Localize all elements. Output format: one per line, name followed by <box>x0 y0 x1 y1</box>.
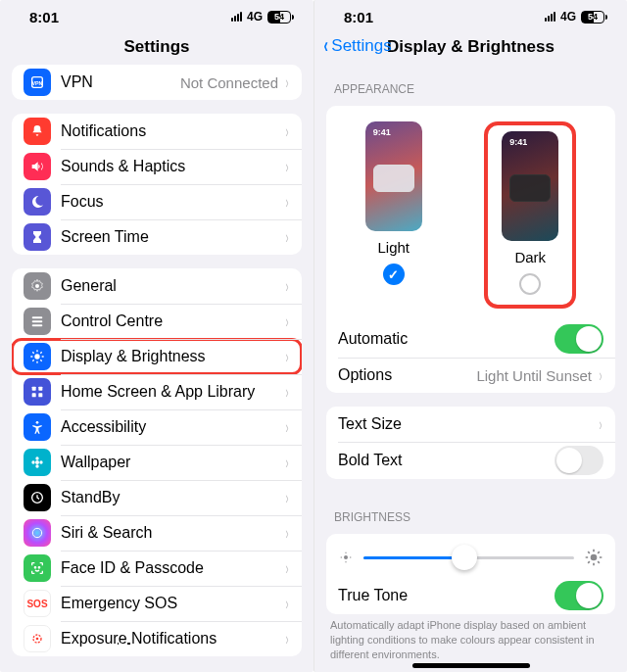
svg-line-42 <box>598 561 600 563</box>
chevron-right-icon: › <box>286 453 289 473</box>
row-exposure[interactable]: Exposure Notifications › <box>12 621 302 656</box>
svg-line-12 <box>40 360 41 360</box>
automatic-toggle[interactable] <box>555 324 603 354</box>
row-label: Automatic <box>338 330 555 348</box>
row-label: Notifications <box>61 122 282 140</box>
row-display-brightness[interactable]: Display & Brightness › <box>12 339 302 374</box>
network-label: 4G <box>560 10 576 24</box>
settings-screen: 8:01 4G 54 Settings VPN VPN Not Connecte… <box>0 0 314 672</box>
battery-icon: 54 <box>581 11 607 24</box>
radio-checked-icon[interactable] <box>383 264 405 285</box>
back-label: Settings <box>331 36 391 56</box>
brightness-slider[interactable] <box>363 556 574 559</box>
battery-icon: 54 <box>267 11 294 24</box>
row-boldtext[interactable]: Bold Text <box>326 442 615 479</box>
row-general[interactable]: General › <box>12 268 302 304</box>
brightness-header: BRIGHTNESS <box>314 493 627 530</box>
svg-rect-3 <box>32 316 43 318</box>
row-label: Screen Time <box>61 228 282 246</box>
accessibility-icon <box>24 413 51 441</box>
svg-point-36 <box>591 554 598 561</box>
row-label: Sounds & Haptics <box>61 158 282 175</box>
row-truetone[interactable]: True Tone <box>326 577 615 614</box>
vpn-icon: VPN <box>24 69 51 96</box>
appearance-row: Light Dark <box>326 106 615 320</box>
row-wallpaper[interactable]: Wallpaper › <box>12 445 302 480</box>
row-textsize[interactable]: Text Size › <box>326 407 615 442</box>
svg-point-28 <box>38 567 39 568</box>
row-automatic[interactable]: Automatic <box>326 320 615 358</box>
row-faceid[interactable]: Face ID & Passcode › <box>12 551 302 586</box>
chevron-right-icon: › <box>286 192 289 213</box>
row-controlcentre[interactable]: Control Centre › <box>12 304 302 339</box>
svg-line-41 <box>588 552 590 553</box>
appearance-header: APPEARANCE <box>314 65 627 102</box>
chevron-right-icon: › <box>286 157 289 177</box>
home-indicator <box>412 663 530 668</box>
svg-rect-4 <box>32 320 43 322</box>
row-label: Text Size <box>338 415 596 433</box>
row-label: Options <box>338 366 476 384</box>
row-sounds[interactable]: Sounds & Haptics › <box>12 149 302 184</box>
truetone-toggle[interactable] <box>555 581 603 610</box>
row-sos[interactable]: SOS Emergency SOS › <box>12 586 302 621</box>
light-preview <box>365 121 422 231</box>
radio-unchecked-icon[interactable] <box>519 273 541 295</box>
chevron-right-icon: › <box>286 594 289 614</box>
signal-icon <box>231 12 242 22</box>
row-detail: Light Until Sunset <box>476 367 592 384</box>
row-label: True Tone <box>338 587 555 604</box>
svg-point-6 <box>34 354 39 359</box>
appearance-light[interactable]: Light <box>365 121 422 309</box>
chevron-right-icon: › <box>286 312 289 332</box>
svg-point-20 <box>35 460 39 464</box>
appearance-dark[interactable]: Dark <box>484 121 576 309</box>
svg-point-24 <box>39 460 42 463</box>
sun-icon <box>24 343 51 370</box>
row-label: StandBy <box>61 489 282 506</box>
status-bar: 8:01 4G 54 <box>314 0 627 33</box>
flower-icon <box>24 449 51 476</box>
row-options[interactable]: Options Light Until Sunset › <box>326 358 615 393</box>
clock-icon <box>24 484 51 511</box>
row-homescreen[interactable]: Home Screen & App Library › <box>12 374 302 409</box>
network-label: 4G <box>247 10 263 24</box>
row-label: Emergency SOS <box>61 595 282 612</box>
back-button[interactable]: ‹ Settings <box>322 33 392 59</box>
group-appearance: Light Dark Automatic Options Light Until… <box>326 106 615 393</box>
svg-point-21 <box>35 456 38 459</box>
group-text: Text Size › Bold Text <box>326 407 615 479</box>
row-screentime[interactable]: Screen Time › <box>12 219 302 255</box>
row-focus[interactable]: Focus › <box>12 184 302 219</box>
svg-rect-17 <box>32 393 36 397</box>
sun-high-icon <box>584 548 603 567</box>
signal-icon <box>545 12 555 22</box>
boldtext-toggle[interactable] <box>555 446 603 475</box>
status-bar: 8:01 4G 54 <box>0 0 314 33</box>
light-label: Light <box>377 239 410 256</box>
gear-icon <box>24 272 51 300</box>
svg-point-23 <box>31 460 34 463</box>
row-detail: Not Connected <box>180 74 278 91</box>
svg-text:VPN: VPN <box>32 80 43 86</box>
display-brightness-screen: 8:01 4G 54 ‹ Settings Display & Brightne… <box>314 0 627 672</box>
row-siri[interactable]: Siri & Search › <box>12 515 302 551</box>
row-label: Control Centre <box>61 312 282 330</box>
chevron-right-icon: › <box>286 347 289 367</box>
row-label: Exposure Notifications <box>61 630 282 648</box>
row-accessibility[interactable]: Accessibility › <box>12 409 302 445</box>
svg-line-13 <box>32 360 33 360</box>
row-notifications[interactable]: Notifications › <box>12 114 302 149</box>
svg-line-43 <box>588 561 590 563</box>
row-label: Wallpaper <box>61 454 282 471</box>
chevron-right-icon: › <box>286 523 289 544</box>
chevron-right-icon: › <box>286 629 289 649</box>
svg-rect-5 <box>32 324 43 326</box>
siri-icon <box>24 519 51 547</box>
row-label: General <box>61 277 282 295</box>
row-vpn[interactable]: VPN VPN Not Connected › <box>12 65 302 100</box>
svg-point-19 <box>36 421 39 424</box>
row-standby[interactable]: StandBy › <box>12 480 302 515</box>
grid-icon <box>24 378 51 406</box>
chevron-right-icon: › <box>600 414 603 435</box>
